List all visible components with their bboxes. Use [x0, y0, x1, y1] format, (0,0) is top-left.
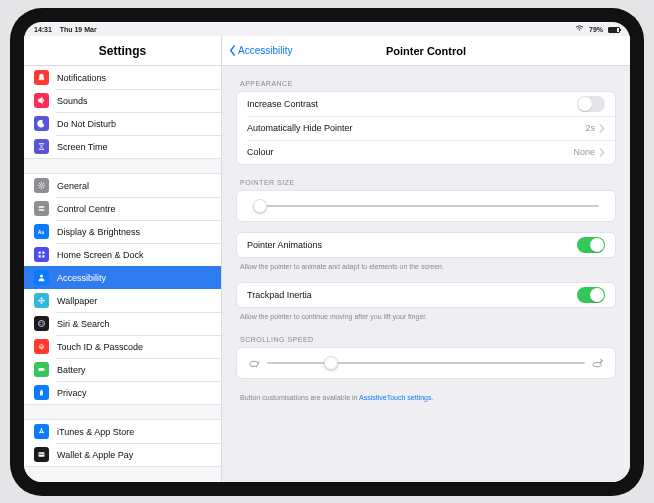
- sidebar-item-label: Screen Time: [57, 142, 108, 152]
- sidebar-item-wallet[interactable]: Wallet & Apple Pay: [24, 443, 221, 466]
- sidebar-item-itunes[interactable]: iTunes & App Store: [24, 420, 221, 443]
- scroll-speed-cell: [237, 348, 615, 378]
- sidebar-item-label: Siri & Search: [57, 319, 110, 329]
- pointer-size-slider[interactable]: [253, 205, 599, 207]
- pointer-size-cell: [237, 191, 615, 221]
- battery-pct: 79%: [589, 26, 603, 33]
- svg-point-10: [40, 275, 43, 278]
- back-button[interactable]: Accessibility: [222, 45, 298, 56]
- detail-nav: Accessibility Pointer Control: [222, 36, 630, 66]
- svg-point-21: [250, 361, 258, 366]
- trackpad-inertia-toggle[interactable]: [577, 287, 605, 303]
- svg-rect-7: [42, 252, 44, 254]
- svg-point-12: [40, 297, 42, 299]
- status-date: Thu 19 Mar: [60, 26, 97, 33]
- footer-note: Button customisations are available in A…: [240, 393, 612, 403]
- svg-rect-20: [39, 454, 45, 455]
- increase-contrast-toggle[interactable]: [577, 96, 605, 112]
- wallet-icon: [34, 447, 49, 462]
- svg-rect-2: [39, 206, 45, 208]
- slider-knob[interactable]: [253, 199, 267, 213]
- footer-suffix: .: [431, 394, 433, 401]
- colour-row[interactable]: Colour None: [237, 140, 615, 164]
- trackpad-inertia-label: Trackpad Inertia: [247, 290, 312, 300]
- sidebar-item-label: Wallpaper: [57, 296, 97, 306]
- appearance-group: Increase Contrast Automatically Hide Poi…: [236, 91, 616, 165]
- back-label: Accessibility: [238, 45, 292, 56]
- colour-value: None: [573, 147, 595, 157]
- svg-point-0: [579, 29, 580, 30]
- grid-icon: [34, 247, 49, 262]
- footer-prefix: Button customisations are available in: [240, 394, 359, 401]
- sidebar-item-label: Notifications: [57, 73, 106, 83]
- sidebar-item-wallpaper[interactable]: Wallpaper: [24, 289, 221, 312]
- status-time: 14:31: [34, 26, 52, 33]
- increase-contrast-label: Increase Contrast: [247, 99, 318, 109]
- sidebar-item-label: General: [57, 181, 89, 191]
- sidebar-item-label: Sounds: [57, 96, 88, 106]
- detail-body[interactable]: APPEARANCE Increase Contrast Automatical…: [222, 66, 630, 482]
- moon-icon: [34, 116, 49, 131]
- increase-contrast-row: Increase Contrast: [237, 92, 615, 116]
- trackpad-inertia-row: Trackpad Inertia: [237, 283, 615, 307]
- sidebar-item-battery[interactable]: Battery: [24, 358, 221, 381]
- flower-icon: [34, 293, 49, 308]
- sidebar-item-siri[interactable]: Siri & Search: [24, 312, 221, 335]
- svg-text:A: A: [42, 231, 45, 235]
- device-frame: 14:31 Thu 19 Mar 79% Settings Notificati…: [10, 8, 644, 496]
- svg-point-1: [40, 184, 43, 187]
- person-icon: [34, 270, 49, 285]
- svg-point-15: [43, 299, 45, 301]
- sidebar-item-controlcentre[interactable]: Control Centre: [24, 197, 221, 220]
- hand-icon: [34, 385, 49, 400]
- pointer-size-header: POINTER SIZE: [240, 179, 612, 186]
- trackpad-inertia-group: Trackpad Inertia: [236, 282, 616, 308]
- fingerprint-icon: [34, 339, 49, 354]
- sidebar-item-label: Do Not Disturb: [57, 119, 116, 129]
- sidebar-item-display[interactable]: AADisplay & Brightness: [24, 220, 221, 243]
- trackpad-inertia-note: Allow the pointer to continue moving aft…: [240, 312, 612, 322]
- switches-icon: [34, 201, 49, 216]
- sidebar-item-touchid[interactable]: Touch ID & Passcode: [24, 335, 221, 358]
- colour-label: Colour: [247, 147, 274, 157]
- hourglass-icon: [34, 139, 49, 154]
- sidebar-item-notifications[interactable]: Notifications: [24, 66, 221, 89]
- chevron-right-icon: [599, 124, 605, 133]
- status-right: 79%: [572, 25, 620, 33]
- turtle-icon: [247, 358, 261, 368]
- svg-rect-6: [39, 252, 41, 254]
- battery-icon: [608, 27, 620, 33]
- sidebar-item-general[interactable]: General: [24, 174, 221, 197]
- sidebar-item-screentime[interactable]: Screen Time: [24, 135, 221, 158]
- sidebar-item-dnd[interactable]: Do Not Disturb: [24, 112, 221, 135]
- auto-hide-value: 2s: [585, 123, 595, 133]
- sidebar-item-label: Wallet & Apple Pay: [57, 450, 133, 460]
- pointer-anim-toggle[interactable]: [577, 237, 605, 253]
- siri-icon: [34, 316, 49, 331]
- wifi-icon: [575, 26, 586, 33]
- detail-pane: Accessibility Pointer Control APPEARANCE…: [222, 36, 630, 482]
- sidebar-item-sounds[interactable]: Sounds: [24, 89, 221, 112]
- sidebar-item-label: Touch ID & Passcode: [57, 342, 143, 352]
- hare-icon: [591, 358, 605, 368]
- battery-icon: [34, 362, 49, 377]
- screen: 14:31 Thu 19 Mar 79% Settings Notificati…: [24, 22, 630, 482]
- auto-hide-label: Automatically Hide Pointer: [247, 123, 353, 133]
- assistivetouch-link[interactable]: AssistiveTouch settings: [359, 394, 431, 401]
- sidebar-item-home[interactable]: Home Screen & Dock: [24, 243, 221, 266]
- sidebar-item-label: Accessibility: [57, 273, 106, 283]
- scroll-speed-slider[interactable]: [267, 362, 585, 364]
- speaker-icon: [34, 93, 49, 108]
- sidebar-item-accessibility[interactable]: Accessibility: [24, 266, 221, 289]
- svg-rect-8: [39, 255, 41, 257]
- textsize-icon: AA: [34, 224, 49, 239]
- slider-knob[interactable]: [324, 356, 338, 370]
- gear-icon: [34, 178, 49, 193]
- sidebar-scroll[interactable]: NotificationsSoundsDo Not DisturbScreen …: [24, 66, 221, 482]
- pointer-size-group: [236, 190, 616, 222]
- bell-icon: [34, 70, 49, 85]
- svg-rect-3: [39, 209, 45, 211]
- sidebar-item-label: Battery: [57, 365, 86, 375]
- auto-hide-row[interactable]: Automatically Hide Pointer 2s: [237, 116, 615, 140]
- sidebar-item-privacy[interactable]: Privacy: [24, 381, 221, 404]
